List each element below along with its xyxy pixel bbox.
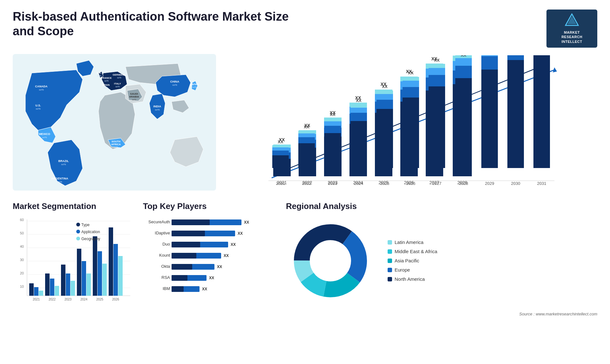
svg-rect-172 [39,291,43,296]
svg-rect-194 [76,223,80,226]
legend-latin-america: Latin America [388,239,437,245]
legend-mea: Middle East & Africa [388,249,437,254]
svg-text:XX: XX [434,58,440,63]
header: Risk-based Authentication Software Marke… [13,10,597,48]
svg-text:xx%: xx% [192,86,196,88]
svg-rect-127 [429,68,445,75]
svg-text:SAUDI: SAUDI [130,92,138,95]
svg-text:Geography: Geography [81,237,100,241]
svg-text:30: 30 [20,258,24,262]
svg-text:xx%: xx% [57,180,62,183]
svg-text:2023: 2023 [64,298,72,301]
logo-text: MARKET RESEARCH INTELLECT [561,30,582,44]
top-content-row: CANADA xx% U.S. xx% MEXICO xx% BRAZIL xx… [13,54,597,192]
svg-rect-90 [272,151,289,155]
svg-text:2024: 2024 [80,298,88,301]
svg-rect-115 [376,94,393,100]
svg-rect-133 [455,58,472,66]
svg-rect-226 [172,286,184,292]
legend-north-america: North America [388,276,437,282]
bottom-content-row: Market Segmentation 60 50 40 30 20 10 [13,201,597,316]
segmentation-section: Market Segmentation 60 50 40 30 20 10 [13,201,133,316]
legend-color-north-america [388,277,392,281]
players-chart: SecureAuth XX IDaptive XX Duo XX Kount X… [143,216,276,312]
svg-rect-190 [109,227,113,296]
svg-text:SecureAuth: SecureAuth [148,219,170,224]
world-map-section: CANADA xx% U.S. xx% MEXICO xx% BRAZIL xx… [13,54,216,192]
svg-rect-182 [77,249,81,296]
svg-rect-89 [272,155,289,168]
svg-text:10: 10 [20,285,24,288]
svg-rect-109 [350,108,367,113]
svg-text:XX: XX [224,253,229,258]
svg-rect-102 [324,126,341,133]
legend-label-mea: Middle East & Africa [395,249,437,254]
svg-text:XX: XX [209,276,214,280]
svg-text:40: 40 [20,245,24,248]
svg-text:2025: 2025 [96,298,104,301]
svg-rect-131 [455,78,472,168]
svg-text:XX: XX [217,265,222,269]
svg-rect-107 [350,121,367,168]
svg-rect-184 [86,273,91,296]
svg-text:Kount: Kount [159,253,170,258]
svg-text:SPAIN: SPAIN [102,84,110,86]
svg-text:IDaptive: IDaptive [155,231,170,235]
svg-text:XX: XX [238,231,243,236]
legend-label-north-america: North America [395,276,425,282]
svg-text:xx%: xx% [132,98,136,101]
svg-rect-144 [507,55,524,60]
logo: MARKET RESEARCH INTELLECT [546,10,597,48]
svg-rect-97 [298,133,315,137]
svg-text:ARABIA: ARABIA [129,95,139,98]
svg-rect-120 [403,87,419,98]
source-text: Source : www.marketresearchintellect.com [286,312,597,316]
svg-text:XX: XX [356,98,362,103]
regional-title: Regional Analysis [286,201,597,211]
svg-text:AFRICA: AFRICA [111,143,121,146]
svg-text:XX: XX [231,242,236,247]
svg-text:2022: 2022 [49,298,56,301]
world-map: CANADA xx% U.S. xx% MEXICO xx% BRAZIL xx… [13,54,216,191]
svg-rect-179 [66,273,70,296]
svg-point-233 [311,241,350,280]
svg-rect-178 [61,265,65,296]
svg-text:xx%: xx% [115,85,119,88]
svg-rect-218 [172,264,192,270]
svg-rect-103 [324,121,341,126]
svg-rect-128 [429,64,445,68]
svg-rect-202 [172,219,210,225]
svg-text:2029: 2029 [485,181,494,186]
svg-rect-91 [272,147,289,151]
legend-label-europe: Europe [395,267,410,273]
svg-text:2022: 2022 [302,181,311,186]
svg-text:50: 50 [20,231,24,235]
svg-rect-101 [324,133,341,168]
legend-europe: Europe [388,267,437,273]
svg-text:CANADA: CANADA [35,85,48,88]
svg-rect-198 [76,237,80,240]
svg-rect-138 [481,56,498,70]
regional-section: Regional Analysis [286,201,597,316]
svg-rect-113 [376,109,393,168]
legend-asia-pacific: Asia Pacific [388,258,437,263]
svg-rect-98 [298,131,315,133]
svg-rect-210 [172,242,200,247]
svg-text:2031: 2031 [537,181,546,186]
svg-text:2024: 2024 [354,181,363,186]
svg-text:xx%: xx% [104,80,108,82]
svg-text:xx%: xx% [114,146,118,148]
svg-text:xx%: xx% [61,163,66,166]
svg-rect-186 [93,236,97,296]
svg-text:XX: XX [304,125,309,129]
svg-rect-139 [481,55,498,56]
svg-text:2025: 2025 [380,181,390,186]
svg-rect-104 [324,118,341,121]
svg-text:xx%: xx% [97,75,101,77]
regional-legend: Latin America Middle East & Africa Asia … [388,239,437,282]
svg-text:RSA: RSA [161,275,170,280]
svg-text:CHINA: CHINA [170,80,180,83]
svg-rect-125 [429,86,445,168]
svg-rect-149 [533,55,550,168]
players-section: Top Key Players SecureAuth XX IDaptive X… [143,201,276,316]
